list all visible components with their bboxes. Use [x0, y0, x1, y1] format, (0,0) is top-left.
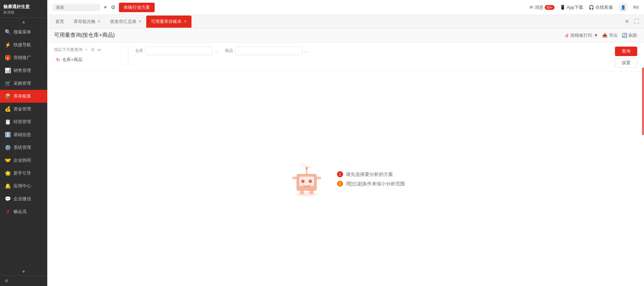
svg-rect-8 [316, 177, 321, 179]
page-title: 可用量查询(按仓库+商品) [54, 32, 115, 39]
user-avatar[interactable]: 👤 [618, 3, 628, 12]
export-icon: 📤 [602, 33, 608, 38]
tab-stock-summary-label: 收发存汇总表 [110, 19, 136, 25]
tab-close-icon[interactable]: ✕ [98, 19, 101, 24]
goods-more-btn[interactable]: ... [305, 49, 308, 53]
sidebar-item-app-center[interactable]: 🔔 应用中心 [0, 180, 47, 192]
sidebar-item-label: 应用中心 [14, 183, 31, 189]
tab-close-icon[interactable]: ✕ [184, 19, 187, 24]
tab-stock-summary[interactable]: 收发存汇总表 ✕ [105, 16, 146, 28]
marketing-icon: 🎁 [5, 55, 11, 61]
right-edge-scrollbar[interactable] [642, 68, 644, 135]
tabs-close-btn[interactable]: ✕ [623, 18, 630, 25]
print-dropdown-icon[interactable]: ▼ [594, 33, 598, 38]
scheme-label: 仓库+商品 [62, 57, 82, 63]
filter-warehouse-field: 仓库 ... [135, 47, 218, 55]
sidebar-item-quick-nav[interactable]: ⚡ 快捷导航 [0, 38, 47, 51]
svg-point-4 [309, 180, 312, 183]
filter-label-text: 按以下方案查询 [54, 47, 82, 53]
sidebar-scroll-down[interactable]: ▼ [0, 268, 47, 276]
tab-inventory-batch[interactable]: 库存批次账 ✕ [69, 16, 105, 28]
empty-hints: 1 请先选择要分析的方案 2 用[过滤]条件来缩小分析范围 [337, 170, 405, 188]
sidebar-item-sales[interactable]: 📊 销售管理 [0, 64, 47, 77]
sidebar-item-weixin[interactable]: 💬 企业微信 [0, 192, 47, 205]
search-icon: 🔍 [5, 29, 11, 35]
sidebar-item-label: 营销推广 [14, 55, 31, 61]
sidebar-item-newbie[interactable]: 🌟 新手引导 [0, 167, 47, 180]
online-service-label: 在线客服 [595, 4, 613, 10]
warehouse-input[interactable] [145, 47, 213, 55]
operations-icon: 📋 [5, 119, 11, 125]
goods-input[interactable] [235, 47, 303, 55]
settings-button[interactable]: 设置 [615, 58, 637, 68]
empty-state: 1 请先选择要分析的方案 2 用[过滤]条件来缩小分析范围 [47, 72, 644, 286]
sidebar-item-label: 快捷导航 [14, 42, 31, 48]
sidebar-item-search[interactable]: 🔍 搜索菜单 [0, 26, 47, 38]
trial-btn[interactable]: 体验行业方案 [119, 3, 155, 12]
sidebar-bottom-settings[interactable]: ⚙ [0, 276, 47, 286]
tab-available-ledger[interactable]: 可用量库存账本 ✕ [146, 16, 191, 28]
sidebar-item-system[interactable]: ⚙️ 系统管理 [0, 141, 47, 154]
tabs-bar: 首页 库存批次账 ✕ 收发存汇总表 ✕ 可用量库存账本 ✕ ✕ ⛶ [47, 15, 644, 28]
tab-home[interactable]: 首页 [51, 16, 69, 28]
sidebar-item-label: 企业微信 [14, 196, 31, 202]
sidebar-item-inventory[interactable]: 📦 库存核算 [0, 90, 47, 103]
sidebar-item-label: 经营管理 [14, 119, 31, 125]
filter-inputs-panel: 仓库 ... 商品 ... 查询 设置 [128, 47, 637, 68]
hint-num-1: 1 [337, 171, 343, 177]
sidebar-item-purchase[interactable]: 🛒 采购管理 [0, 77, 47, 90]
filter-actions: 查询 设置 [615, 47, 637, 68]
print-icon: 🖨 [565, 33, 569, 38]
sidebar-item-member[interactable]: V 畅会员 [0, 205, 47, 218]
svg-rect-7 [292, 177, 297, 179]
print-label: 按模板打印 [570, 32, 592, 38]
filter-goods-row: 商品 ... [225, 47, 308, 55]
topbar-gear-icon[interactable]: ⚙ [111, 4, 115, 10]
filter-area: 按以下方案查询 ＋ ⚙ ≪ ↻ 仓库+商品 仓库 ... [47, 43, 644, 72]
info-icon: ℹ️ [5, 132, 11, 138]
filter-goods-field: 商品 ... [225, 47, 308, 55]
svg-point-3 [301, 180, 305, 183]
sidebar-item-finance[interactable]: 💰 资金管理 [0, 103, 47, 115]
search-dropdown-icon[interactable]: ▼ [103, 5, 107, 10]
notification-btn[interactable]: ✉ 消息 99+ [530, 4, 555, 10]
page-header-actions: 🖨 按模板打印 ▼ 📤 导出 🔄 刷新 [565, 32, 637, 38]
sidebar-item-label: 基础信息 [14, 132, 31, 138]
collapse-filter-btn[interactable]: ≪ [97, 47, 102, 52]
sidebar-item-operations[interactable]: 📋 经营管理 [0, 115, 47, 128]
hint-num-2: 2 [337, 181, 343, 187]
sidebar-item-basic-info[interactable]: ℹ️ 基础信息 [0, 128, 47, 141]
online-service-btn[interactable]: 🎧 在线客服 [589, 4, 613, 10]
sidebar-item-marketing[interactable]: 🎁 营销推广 [0, 51, 47, 64]
topbar-search-input[interactable] [53, 4, 100, 11]
username-label[interactable]: Rit [633, 5, 639, 10]
tab-inventory-batch-label: 库存批次账 [74, 19, 96, 25]
topbar-right: ✉ 消息 99+ 📱 App下载 🎧 在线客服 👤 Rit [530, 3, 639, 12]
export-btn[interactable]: 📤 导出 [602, 32, 618, 38]
warehouse-more-btn[interactable]: ... [215, 49, 218, 53]
empty-illustration [286, 159, 327, 199]
query-button[interactable]: 查询 [615, 47, 637, 56]
sidebar-item-collab[interactable]: 🤝 企业协同 [0, 154, 47, 167]
sidebar-scroll-up[interactable]: ▲ [0, 18, 47, 26]
page-header: 可用量查询(按仓库+商品) 🖨 按模板打印 ▼ 📤 导出 🔄 刷新 [47, 28, 644, 43]
svg-rect-10 [309, 190, 313, 194]
empty-robot-svg [288, 160, 325, 198]
tab-close-icon[interactable]: ✕ [138, 19, 141, 24]
sidebar-menu: 🔍 搜索菜单 ⚡ 快捷导航 🎁 营销推广 📊 销售管理 🛒 采购管理 📦 库存核… [0, 26, 47, 268]
brand-edition: 标准版 [3, 10, 44, 15]
app-download-btn[interactable]: 📱 App下载 [560, 4, 583, 10]
sales-icon: 📊 [5, 68, 11, 74]
print-btn[interactable]: 🖨 按模板打印 ▼ [565, 32, 598, 38]
filter-scheme-option[interactable]: ↻ 仓库+商品 [54, 55, 124, 64]
sidebar-item-label: 新手引导 [14, 170, 31, 176]
sidebar: 畅康通好生意 标准版 ▲ 🔍 搜索菜单 ⚡ 快捷导航 🎁 营销推广 📊 销售管理… [0, 0, 47, 286]
edit-scheme-btn[interactable]: ⚙ [91, 47, 95, 52]
refresh-btn[interactable]: 🔄 刷新 [622, 32, 637, 38]
tabs-expand-btn[interactable]: ⛶ [633, 18, 641, 25]
add-scheme-btn[interactable]: ＋ [84, 47, 89, 53]
brand-name: 畅康通好生意 [3, 4, 44, 10]
sidebar-item-label: 资金管理 [14, 106, 31, 112]
topbar: ▼ ⚙ 体验行业方案 ✉ 消息 99+ 📱 App下载 🎧 在线客服 👤 Rit [47, 0, 644, 15]
refresh-icon: 🔄 [622, 33, 627, 38]
